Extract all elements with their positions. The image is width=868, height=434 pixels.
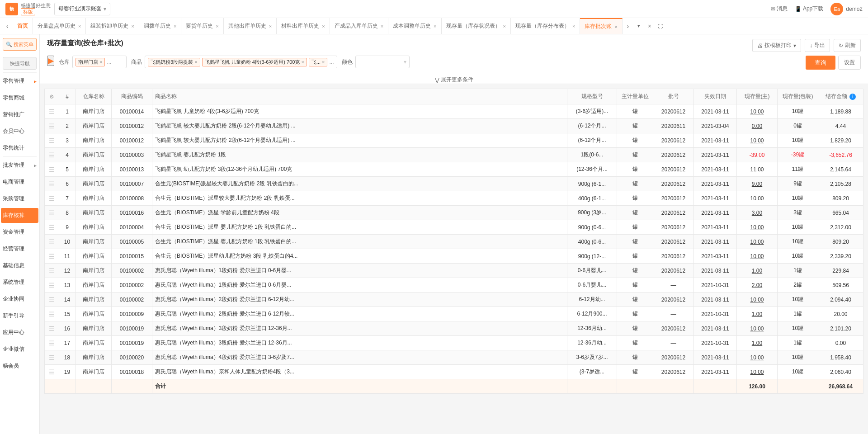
tab-close-disassemble[interactable]: × — [131, 24, 134, 29]
row-qty[interactable]: -39.00 — [737, 148, 778, 162]
refresh-button[interactable]: ↻ 刷新 — [834, 39, 861, 52]
row-settings[interactable]: ☰ — [45, 264, 59, 278]
sidebar-item-enterprise[interactable]: 企业协同 — [0, 291, 39, 307]
tab-other-out[interactable]: 其他出库单历史 × — [224, 18, 277, 34]
row-qty[interactable]: 10.00 — [737, 321, 778, 336]
tab-require[interactable]: 要货单历史 × — [181, 18, 223, 34]
tab-mix[interactable]: 调拨单历史 × — [139, 18, 181, 34]
tab-close-other-out[interactable]: × — [269, 24, 272, 29]
row-settings[interactable]: ☰ — [45, 365, 59, 379]
tab-inventory-status[interactable]: 现存量（库存状况表） × — [442, 18, 511, 34]
tab-close-inventory-dist[interactable]: × — [572, 24, 575, 29]
row-qty[interactable]: 10.00 — [737, 220, 778, 235]
sidebar-item-member[interactable]: 会员中心 — [0, 123, 39, 140]
sidebar-item-ecommerce[interactable]: 电商管理 — [0, 174, 39, 190]
row-qty[interactable]: 11.00 — [737, 162, 778, 177]
sidebar-item-app-center[interactable]: 应用中心 — [0, 324, 39, 341]
color-filter-input[interactable]: ▾ — [355, 56, 410, 68]
tab-disassemble[interactable]: 组装拆卸单历史 × — [86, 18, 139, 34]
sidebar-item-basic[interactable]: 基础信息 — [0, 257, 39, 274]
store-selector[interactable]: 母婴行业演示账套 ▾ — [54, 3, 110, 15]
sidebar-item-guide[interactable]: 新手引导 — [0, 307, 39, 324]
tab-close-batch-voucher[interactable]: × — [614, 24, 617, 29]
tab-material-out[interactable]: 材料出库单历史 × — [277, 18, 330, 34]
print-button[interactable]: 🖨 按模板打印 ▾ — [752, 39, 801, 52]
tab-close-mix[interactable]: × — [174, 24, 176, 29]
row-settings[interactable]: ☰ — [45, 307, 59, 321]
row-settings[interactable]: ☰ — [45, 177, 59, 191]
search-menu-button[interactable]: 🔍 搜索英单 — [3, 38, 37, 51]
app-download-link[interactable]: 📱 App下载 — [795, 5, 823, 13]
row-settings[interactable]: ☰ — [45, 278, 59, 292]
row-settings[interactable]: ☰ — [45, 321, 59, 336]
row-settings[interactable]: ☰ — [45, 162, 59, 177]
row-qty[interactable]: 0.00 — [737, 119, 778, 133]
row-settings[interactable]: ☰ — [45, 220, 59, 235]
quick-nav-button[interactable]: 快捷导航 — [3, 57, 37, 70]
row-qty[interactable]: 1.00 — [737, 307, 778, 321]
amount-info-icon[interactable]: i — [849, 94, 856, 100]
row-settings[interactable]: ☰ — [45, 235, 59, 249]
row-settings[interactable]: ☰ — [45, 350, 59, 365]
row-qty[interactable]: 10.00 — [737, 350, 778, 365]
sidebar-item-system[interactable]: 系统管理 — [0, 274, 39, 291]
row-settings[interactable]: ☰ — [45, 292, 59, 307]
tab-close-cost-adjust[interactable]: × — [434, 24, 436, 29]
tab-cost-adjust[interactable]: 成本调整单历史 × — [388, 18, 441, 34]
row-qty[interactable]: 10.00 — [737, 249, 778, 264]
row-settings[interactable]: ☰ — [45, 119, 59, 133]
tab-close-material-out[interactable]: × — [322, 24, 325, 29]
warehouse-filter-input[interactable]: 南岸门店 × ... — [72, 56, 127, 68]
tab-menu-btn[interactable]: ▾ — [633, 18, 644, 34]
sidebar-item-retail-shop[interactable]: 零售商城 — [0, 90, 39, 106]
sidebar-item-operation[interactable]: 经营管理 — [0, 241, 39, 257]
expand-conditions-btn[interactable]: ⋁ 展开更多条件 — [435, 76, 473, 84]
sidebar-item-purchase[interactable]: 采购管理 — [0, 190, 39, 207]
row-settings[interactable]: ☰ — [45, 104, 59, 119]
export-button[interactable]: ↓ 导出 — [805, 39, 830, 52]
tab-close-require[interactable]: × — [216, 24, 218, 29]
sidebar-item-enterprise-wechat[interactable]: 企业微信 — [0, 341, 39, 358]
row-settings[interactable]: ☰ — [45, 249, 59, 264]
filter-expand-arrow[interactable]: ▶ — [47, 56, 54, 66]
row-qty[interactable]: 9.00 — [737, 177, 778, 191]
sidebar-item-marketing[interactable]: 营销推广 — [0, 106, 39, 123]
row-qty[interactable]: 10.00 — [737, 191, 778, 206]
row-qty[interactable]: 2.00 — [737, 278, 778, 292]
message-link[interactable]: ✉ 消息 — [771, 5, 788, 13]
product-tag-2-close[interactable]: × — [301, 59, 304, 65]
filter-more-warehouse[interactable]: ... — [107, 59, 111, 65]
tab-close-all-btn[interactable]: × — [644, 18, 655, 34]
settings-icon[interactable]: ⚙ — [49, 94, 54, 100]
product-tag-3-close[interactable]: × — [322, 59, 325, 65]
row-settings[interactable]: ☰ — [45, 133, 59, 148]
row-qty[interactable]: 10.00 — [737, 104, 778, 119]
row-qty[interactable]: 10.00 — [737, 365, 778, 379]
user-area[interactable]: Ea demo2 — [830, 3, 863, 15]
sidebar-item-retail[interactable]: 零售管理 ▸ — [0, 73, 39, 90]
row-qty[interactable]: 1.00 — [737, 336, 778, 350]
tab-next-btn[interactable]: › — [623, 18, 633, 34]
tab-split[interactable]: 分量盘点单历史 × — [33, 18, 86, 34]
row-qty[interactable]: 10.00 — [737, 235, 778, 249]
row-settings[interactable]: ☰ — [45, 148, 59, 162]
warehouse-tag-close[interactable]: × — [99, 59, 102, 65]
row-settings[interactable]: ☰ — [45, 191, 59, 206]
tab-product-in[interactable]: 产成品入库单历史 × — [330, 18, 388, 34]
row-settings[interactable]: ☰ — [45, 336, 59, 350]
product-filter-input[interactable]: 飞鹤奶粉3段两提装 × 飞鹤星飞帆 儿童奶粉 4段(3-6岁适用) 700克 ×… — [145, 56, 337, 68]
tab-close-product-in[interactable]: × — [381, 24, 383, 29]
tab-batch-voucher[interactable]: 库存批次账 × — [580, 18, 622, 34]
tab-fullscreen-btn[interactable]: ⛶ — [655, 18, 666, 34]
tab-inventory-dist[interactable]: 现存量（库存分布表） × — [511, 18, 580, 34]
tab-home[interactable]: 首页 — [13, 18, 33, 34]
sidebar-item-retail-stats[interactable]: 零售统计 — [0, 140, 39, 156]
settings-button[interactable]: 设置 — [838, 56, 861, 70]
row-qty[interactable]: 10.00 — [737, 133, 778, 148]
row-settings[interactable]: ☰ — [45, 206, 59, 220]
query-button[interactable]: 查询 — [806, 56, 835, 70]
sidebar-item-wholesale[interactable]: 批发管理 ▸ — [0, 157, 39, 174]
tab-close-inventory-status[interactable]: × — [503, 24, 506, 29]
sidebar-item-member-card[interactable]: 畅会员 — [0, 358, 39, 374]
sidebar-item-inventory[interactable]: 库存核算 — [1, 208, 38, 223]
